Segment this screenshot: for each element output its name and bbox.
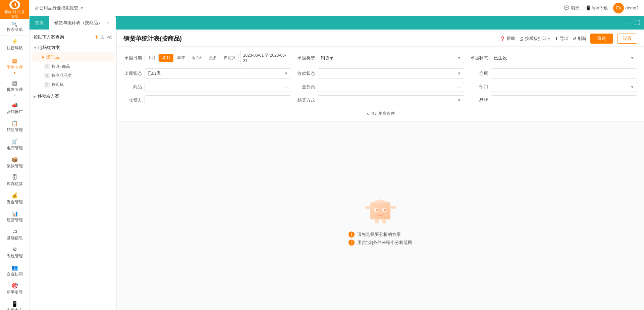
driver-icon: 司 (44, 82, 50, 88)
left-panel-actions: + ⊙ ≪ (95, 34, 112, 41)
operation-label: 经营管理 (7, 217, 23, 223)
scheme-subitem-month-goods[interactable]: 月 按月+商品 (32, 62, 114, 71)
tab-close-btn[interactable]: × (105, 20, 110, 25)
custom-btn[interactable]: 自定义 (221, 54, 239, 62)
sidebar-item-sales[interactable]: 📋 销售管理 (0, 117, 29, 136)
page-header: 销货单统计表(按商品) ❓ 帮助 🖨 按模板打印 ▼ ⬆ (117, 30, 644, 47)
this-year-btn[interactable]: 本年 (174, 54, 188, 62)
recipient-control[interactable]: ··· (145, 95, 291, 105)
warehouse-control[interactable]: ··· (491, 68, 637, 79)
doc-type-control[interactable]: 销货单 ▼ (318, 53, 464, 63)
tab-minimize-btn[interactable]: — (627, 20, 632, 26)
filter-recipient: 收货人 ··· (123, 95, 291, 105)
date-range-input[interactable]: 2023-03-01 至 2023-03-31 (240, 51, 291, 65)
app-download-label: App下载 (591, 5, 608, 11)
sidebar-item-app-center[interactable]: 📱 应用中心 (0, 298, 29, 310)
scheme-group-desktop-title[interactable]: ▼ 电脑端方案 (32, 43, 114, 52)
left-panel-header: 按以下方案查询 + ⊙ ≪ (30, 34, 116, 43)
sidebar-item-wholesale[interactable]: ▤ 批发管理 ▲ (0, 77, 29, 99)
settings-scheme-btn[interactable]: ⊙ (100, 34, 105, 40)
scheme-subitem-driver[interactable]: 司 按司机 (32, 80, 114, 89)
filter-department: 部门 ▼ (470, 82, 637, 92)
svg-point-3 (376, 209, 378, 211)
query-btn[interactable]: 查询 (590, 34, 613, 44)
filter-brand: 品牌 ··· (470, 95, 637, 105)
doc-status-control[interactable]: 已生效 ▼ (491, 53, 637, 63)
download-icon: 📲 (585, 5, 590, 10)
group-label-mobile: 移动端方案 (38, 93, 59, 99)
scheme-group-desktop: ▼ 电脑端方案 ● 按商品 月 按月+商品 类 按商品品类 司 按司 (30, 43, 116, 89)
brand-control[interactable]: ··· (491, 95, 637, 105)
sidebar-item-collab[interactable]: 👥 企业协同 (0, 262, 29, 280)
header-left: 办公用品行业模拟账套 ▼ (35, 5, 84, 11)
sidebar-item-finance[interactable]: 💰 资金管理 (0, 190, 29, 208)
search-menu[interactable]: 🔍 搜索菜单 (0, 19, 29, 36)
sidebar-item-basic-info[interactable]: 🗂 基础信息 (0, 226, 29, 244)
sidebar-item-system[interactable]: ⚙ 系统管理 (0, 244, 29, 262)
wholesale-icon: ▤ (12, 80, 17, 86)
tab-bar-actions: — ⛶ (627, 20, 644, 26)
goods-control[interactable]: ··· (145, 82, 291, 92)
left-panel: 按以下方案查询 + ⊙ ≪ ▼ 电脑端方案 ● 按商品 月 (30, 30, 117, 310)
industry-label: 办公用品行业模拟账套 (35, 5, 78, 11)
print-dropdown[interactable]: 按模板打印 ▼ (525, 36, 551, 42)
user-menu[interactable]: Ea demo2 (613, 3, 639, 13)
export-btn[interactable]: ⬆ 导出 (555, 36, 569, 42)
user-name: demo2 (625, 5, 639, 10)
collapse-filter-btn[interactable]: ∧ 收起更多条件 (123, 109, 637, 117)
messages-btn[interactable]: 💬 消息 (564, 5, 579, 11)
scheme-item-by-goods[interactable]: ● 按商品 (32, 52, 114, 62)
filter-area: 单据日期 上月 本月 本年 近7天 更多 自定义 2023- (117, 47, 644, 121)
help-btn[interactable]: ❓ 帮助 (500, 36, 515, 42)
tab-active[interactable]: 销货单统计表（按商品） × (49, 16, 116, 30)
payment-method-control[interactable]: ▼ (318, 95, 464, 105)
collapse-panel-btn[interactable]: ≪ (107, 34, 112, 40)
system-icon: ⚙ (12, 246, 17, 253)
recipient-dots: ··· (283, 98, 288, 103)
this-month-btn[interactable]: 本月 (159, 54, 173, 62)
month-goods-label: 按月+商品 (52, 64, 70, 69)
last7days-btn[interactable]: 近7天 (189, 54, 205, 62)
export-icon: ⬆ (555, 36, 558, 41)
page-title: 销货单统计表(按商品) (123, 35, 182, 43)
payment-status-control[interactable]: ▼ (318, 68, 464, 79)
warehouse-status-value: 已出库 (148, 70, 161, 76)
sales-label: 销售管理 (7, 127, 23, 133)
sidebar-item-ecommerce[interactable]: 🛒 电商管理 (0, 136, 29, 154)
last-month-btn[interactable]: 上月 (145, 54, 159, 62)
date-period: 上月 本月 本年 近7天 更多 自定义 2023-03-01 至 2023-03… (145, 51, 291, 65)
refresh-btn[interactable]: ↺ 刷新 (573, 36, 586, 42)
sidebar-item-operation[interactable]: 📊 经营管理 (0, 208, 29, 226)
industry-selector[interactable]: 办公用品行业模拟账套 ▼ (35, 5, 84, 11)
sidebar-item-marketing[interactable]: 📣 营销推广 (0, 99, 29, 117)
basic-info-label: 基础信息 (7, 235, 23, 241)
logo-text: 畅捷信好生意 (5, 10, 25, 14)
sidebar-item-retail[interactable]: ▦ 零售管理 ▼ (0, 55, 29, 77)
page-content: 按以下方案查询 + ⊙ ≪ ▼ 电脑端方案 ● 按商品 月 (30, 30, 644, 310)
industry-dropdown-arrow: ▼ (80, 6, 84, 10)
tab-maximize-btn[interactable]: ⛶ (635, 20, 640, 26)
settings-btn[interactable]: 设置 (617, 34, 637, 44)
empty-hint-2: 2 用[过滤]条件来缩小分析范围 (348, 240, 412, 246)
app-logo[interactable]: 畅捷信好生意 标版 (0, 0, 30, 19)
operation-icon: 📊 (11, 210, 18, 217)
sidebar-item-inventory[interactable]: 🗄 库存核算 (0, 172, 29, 190)
driver-label: 按司机 (52, 82, 64, 88)
top-header: 办公用品行业模拟账套 ▼ 💬 消息 📲 App下载 Ea demo2 (30, 0, 644, 16)
more-btn[interactable]: 更多 (206, 54, 220, 62)
recipient-label: 收货人 (123, 97, 142, 103)
sidebar-item-purchase[interactable]: 📦 采购管理 (0, 154, 29, 172)
add-scheme-btn[interactable]: + (95, 34, 98, 41)
print-btn[interactable]: 🖨 按模板打印 ▼ (519, 36, 551, 42)
sidebar-item-quick-nav[interactable]: ⚡ 快捷导航 (0, 36, 29, 54)
tab-home[interactable]: 首页 (30, 16, 49, 30)
department-control[interactable]: ▼ (491, 82, 637, 92)
scheme-group-mobile-title[interactable]: ▶ 移动端方案 (32, 92, 114, 101)
warehouse-status-control[interactable]: 已出库 ▼ (145, 68, 291, 79)
filter-row-3: 商品 ··· 业务员 ··· 部门 (123, 82, 637, 92)
app-download-btn[interactable]: 📲 App下载 (585, 5, 608, 11)
salesperson-control[interactable]: ··· (318, 82, 464, 92)
hint-num-1: 1 (348, 231, 355, 238)
sidebar-item-guide[interactable]: 🎯 新手引导 (0, 280, 29, 298)
scheme-subitem-category[interactable]: 类 按商品品类 (32, 71, 114, 80)
